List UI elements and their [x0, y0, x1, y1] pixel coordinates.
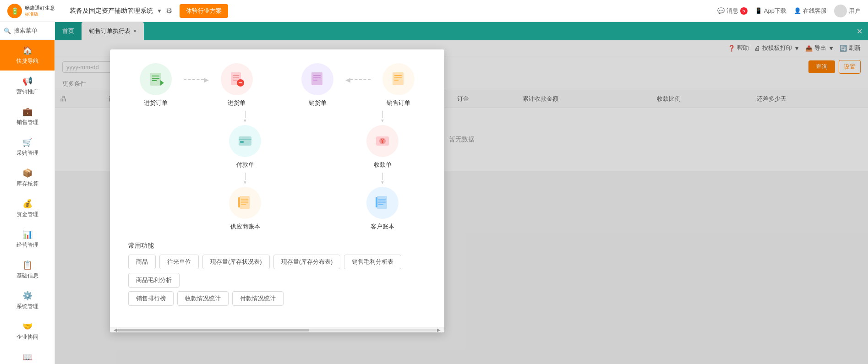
svg-marker-4 [160, 80, 164, 86]
flow-sales-order[interactable]: 销售订单 [371, 63, 426, 107]
marketing-icon: 📢 [22, 76, 33, 86]
svg-text:¥: ¥ [381, 139, 384, 144]
message-button[interactable]: 💬 消息 5 [717, 7, 748, 15]
message-icon: 💬 [717, 7, 725, 14]
v-arrow-sales: ▼ [353, 111, 412, 123]
func-btn-receipt-stats[interactable]: 收款情况统计 [177, 291, 229, 306]
purchase-bill-circle [221, 63, 253, 95]
app-download-button[interactable]: 📱 App下载 [755, 7, 786, 15]
flow-purchase-bill[interactable]: 进货单 [209, 63, 264, 107]
scroll-right-button[interactable]: ▶ [437, 327, 441, 332]
func-btn-stock-status[interactable]: 现存量(库存状况表) [202, 255, 270, 269]
popup-content: 进货订单 ▶ 进货单 [110, 49, 444, 327]
v-arrow-purchase: ▼ [215, 111, 275, 123]
purchase-icon: 🛒 [22, 137, 33, 147]
func-btn-product[interactable]: 商品 [128, 255, 156, 269]
dropdown-arrow-icon[interactable]: ▼ [157, 8, 162, 14]
arrow-purchase-to-bill: ▶ [184, 63, 209, 83]
flow-arrows-v-row: ▼ ▼ [128, 111, 426, 123]
sidebar-item-quick-nav[interactable]: 🏠 快捷导航 [0, 40, 55, 71]
top-header: 🔋 畅康通好生意 标准版 装备及固定资产辅助管理系统 ▼ ⚙ 体验行业方案 💬 … [0, 0, 868, 22]
sidebar-item-purchase[interactable]: 🛒 采购管理 [0, 132, 55, 163]
common-functions: 常用功能 商品 往来单位 现存量(库存状况表) 现存量(库存分布表) 销售毛利分… [128, 242, 426, 306]
svg-rect-32 [376, 197, 377, 207]
func-btn-sales-rank[interactable]: 销售排行榜 [128, 291, 174, 306]
func-btns-row2: 销售排行榜 收款情况统计 付款情况统计 [128, 291, 426, 306]
flow-customer-ledger[interactable]: 客户账本 [353, 187, 412, 231]
sidebar-item-system[interactable]: ⚙️ 系统管理 [0, 285, 55, 316]
system-title-area: 装备及固定资产辅助管理系统 ▼ ⚙ [70, 6, 172, 15]
newbie-icon: 📖 [22, 352, 33, 362]
v-arrow-2: ▼ [380, 118, 385, 123]
scrollbar-track[interactable] [117, 329, 437, 331]
func-btn-product-profit[interactable]: 商品毛利分析 [128, 273, 180, 288]
search-menu[interactable]: 🔍 搜索菜单 [0, 22, 55, 40]
v-arrow-payment: ▼ [215, 173, 275, 185]
flow-payment-bill[interactable]: 付款单 [215, 125, 275, 169]
dashed-line-2 [350, 79, 371, 80]
flow-row-2: 付款单 ¥ 收款单 [128, 125, 426, 169]
customer-ledger-label: 客户账本 [371, 223, 394, 231]
v-arrow-receipt: ▼ [353, 173, 412, 185]
flow-arrows-v-row2: ▼ ▼ [128, 173, 426, 185]
popup-scrollbar: ◀ ▶ [110, 327, 444, 332]
func-btn-sales-profit[interactable]: 销售毛利分析表 [344, 255, 401, 269]
popup-modal: 进货订单 ▶ 进货单 [110, 49, 444, 332]
func-btn-payment-stats[interactable]: 付款情况统计 [232, 291, 284, 306]
customer-ledger-circle [366, 187, 399, 219]
flow-row-3: 供应商账本 客户账本 [128, 187, 426, 231]
try-industry-button[interactable]: 体验行业方案 [180, 4, 228, 18]
logo-icon: 🔋 [7, 4, 22, 18]
purchase-order-circle [140, 63, 172, 95]
func-btn-units[interactable]: 往来单位 [159, 255, 199, 269]
svg-rect-26 [238, 197, 240, 207]
v-line-2 [382, 111, 383, 118]
operations-icon: 📊 [22, 229, 33, 239]
purchase-bill-label: 进货单 [228, 99, 246, 107]
v-arrow-1: ▼ [243, 118, 247, 123]
purchase-order-label: 进货订单 [144, 99, 168, 107]
sidebar-item-enterprise[interactable]: 🤝 企业协同 [0, 316, 55, 347]
sales-bill-circle [301, 63, 333, 95]
settings-icon[interactable]: ⚙ [166, 6, 172, 15]
search-icon: 🔍 [4, 27, 11, 34]
sidebar-item-sales[interactable]: 💼 销售管理 [0, 101, 55, 132]
payment-bill-circle [229, 125, 261, 157]
user-menu[interactable]: 用户 [834, 5, 861, 17]
dashed-line-1 [184, 79, 204, 80]
flow-receipt-bill[interactable]: ¥ 收款单 [353, 125, 412, 169]
message-badge: 5 [740, 7, 748, 15]
v-arrow-4: ▼ [380, 180, 385, 185]
scroll-left-button[interactable]: ◀ [114, 327, 117, 332]
sidebar-item-marketing[interactable]: 📢 营销推广 [0, 71, 55, 101]
header-right: 💬 消息 5 📱 App下载 👤 在线客服 用户 [717, 5, 861, 17]
logo-area: 🔋 畅康通好生意 标准版 [7, 4, 62, 18]
online-service-button[interactable]: 👤 在线客服 [794, 7, 827, 15]
svg-rect-25 [240, 196, 250, 209]
flow-purchase-order[interactable]: 进货订单 [128, 63, 184, 107]
sales-icon: 💼 [22, 107, 33, 117]
supplier-ledger-circle [229, 187, 261, 219]
home-icon: 🏠 [22, 45, 33, 55]
v-line-3 [245, 173, 246, 180]
func-btn-stock-dist[interactable]: 现存量(库存分布表) [273, 255, 341, 269]
scrollbar-thumb[interactable] [117, 329, 309, 331]
common-functions-title: 常用功能 [128, 242, 426, 250]
svg-rect-21 [240, 141, 244, 143]
enterprise-icon: 🤝 [22, 321, 33, 331]
sidebar-item-inventory[interactable]: 📦 库存核算 [0, 163, 55, 193]
receipt-bill-circle: ¥ [366, 125, 399, 157]
sidebar-item-finance[interactable]: 💰 资金管理 [0, 193, 55, 224]
sidebar-item-newbie[interactable]: 📖 新手引导 [0, 347, 55, 364]
arrow-head-1: ▶ [204, 76, 209, 83]
flow-sales-bill[interactable]: 销货单 [290, 63, 345, 107]
main-layout: 🔍 搜索菜单 🏠 快捷导航 📢 营销推广 💼 销售管理 🛒 采购管理 📦 库存核… [0, 22, 868, 364]
sidebar-item-operations[interactable]: 📊 经营管理 [0, 224, 55, 255]
svg-rect-31 [377, 196, 387, 209]
receipt-bill-label: 收款单 [374, 161, 392, 169]
flow-supplier-ledger[interactable]: 供应商账本 [215, 187, 275, 231]
sidebar-item-basics[interactable]: 📋 基础信息 [0, 255, 55, 285]
service-icon: 👤 [794, 7, 801, 14]
sales-bill-label: 销货单 [309, 99, 327, 107]
svg-rect-15 [393, 72, 404, 85]
